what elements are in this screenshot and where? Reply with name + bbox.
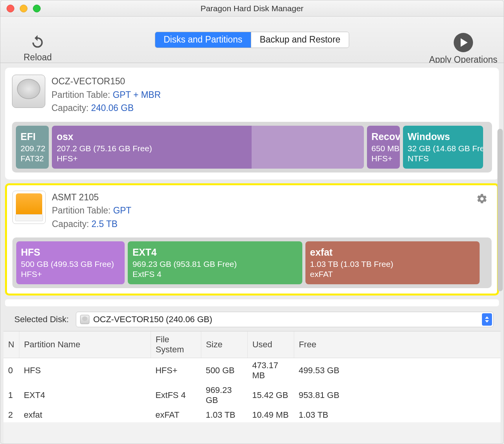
partition-fs: HFS+ bbox=[21, 270, 120, 279]
reload-button[interactable]: Reload bbox=[24, 33, 52, 63]
selected-disk-row: Selected Disk: OCZ-VECTOR150 (240.06 GB) bbox=[3, 306, 501, 331]
partition-fs: exFAT bbox=[310, 270, 475, 279]
partition-segment[interactable]: EFI209.72FAT32 bbox=[16, 126, 49, 169]
partition-segment[interactable]: exfat1.03 TB (1.03 TB Free)exFAT bbox=[305, 241, 480, 284]
partition-table: N Partition Name File System Size Used F… bbox=[3, 331, 501, 444]
cell-n: 2 bbox=[3, 408, 19, 422]
partition-segment[interactable]: Windows32 GB (14.68 GB Free)NTFS bbox=[403, 126, 483, 169]
disk-meta: ASMT 2105Partition Table: GPTCapacity: 2… bbox=[52, 191, 131, 231]
disk-name: ASMT 2105 bbox=[52, 191, 131, 204]
disk-card[interactable]: OCZ-VECTOR150Partition Table: GPT + MBRC… bbox=[5, 68, 499, 179]
partition-size: 500 GB (499.53 GB Free) bbox=[21, 260, 120, 269]
col-free[interactable]: Free bbox=[294, 331, 501, 358]
reload-label: Reload bbox=[24, 52, 52, 63]
partition-name: Windows bbox=[408, 131, 478, 142]
col-n[interactable]: N bbox=[3, 331, 19, 358]
partition-bar: HFS500 GB (499.53 GB Free)HFS+EXT4969.23… bbox=[12, 237, 492, 288]
partition-name: Recovery bbox=[372, 131, 395, 142]
external-drive-icon bbox=[12, 191, 46, 224]
partition-size: 650 MB bbox=[372, 144, 395, 153]
cell-free: 953.81 GB bbox=[294, 383, 501, 408]
capacity-value: 2.5 TB bbox=[91, 219, 117, 229]
dropdown-stepper-icon[interactable] bbox=[482, 313, 492, 326]
window-title: Paragon Hard Disk Manager bbox=[0, 4, 504, 13]
spacer-strip bbox=[5, 299, 499, 306]
table-row[interactable]: 0HFSHFS+500 GB473.17 MB499.53 GB bbox=[3, 358, 501, 383]
cell-used: 473.17 MB bbox=[247, 358, 294, 383]
ptable-value: GPT + MBR bbox=[113, 90, 161, 100]
apply-operations-button[interactable]: Apply Operations bbox=[429, 33, 497, 65]
partition-size: 32 GB (14.68 GB Free) bbox=[408, 144, 478, 153]
col-used[interactable]: Used bbox=[247, 331, 294, 358]
partition-name: exfat bbox=[310, 247, 475, 258]
partition-size: 969.23 GB (953.81 GB Free) bbox=[132, 260, 298, 269]
capacity-value: 240.06 GB bbox=[91, 103, 134, 113]
hdd-icon bbox=[12, 75, 45, 108]
cell-name: exfat bbox=[19, 408, 151, 422]
partition-segment[interactable]: HFS500 GB (499.53 GB Free)HFS+ bbox=[16, 241, 125, 284]
partition-fs: NTFS bbox=[408, 154, 478, 163]
col-size[interactable]: Size bbox=[201, 331, 247, 358]
col-name[interactable]: Partition Name bbox=[19, 331, 151, 358]
reload-icon bbox=[24, 33, 52, 51]
cell-used: 15.42 GB bbox=[247, 383, 294, 408]
main-scroll-area[interactable]: OCZ-VECTOR150Partition Table: GPT + MBRC… bbox=[0, 63, 504, 444]
view-segmented-control: Disks and Partitions Backup and Restore bbox=[155, 32, 350, 48]
partition-segment[interactable]: osx207.2 GB (75.16 GB Free)HFS+ bbox=[52, 126, 363, 169]
titlebar: Paragon Hard Disk Manager bbox=[0, 0, 504, 17]
cell-free: 1.03 TB bbox=[294, 408, 501, 422]
cell-fs: HFS+ bbox=[151, 358, 201, 383]
disk-meta: OCZ-VECTOR150Partition Table: GPT + MBRC… bbox=[51, 75, 161, 115]
tab-backup-restore[interactable]: Backup and Restore bbox=[251, 32, 349, 48]
partition-fs: HFS+ bbox=[372, 154, 395, 163]
partition-name: EFI bbox=[21, 131, 44, 142]
cell-n: 0 bbox=[3, 358, 19, 383]
play-icon bbox=[454, 33, 473, 52]
table-header-row: N Partition Name File System Size Used F… bbox=[3, 331, 501, 358]
partition-fs: ExtFS 4 bbox=[132, 270, 298, 279]
cell-free: 499.53 GB bbox=[294, 358, 501, 383]
hdd-icon bbox=[80, 315, 89, 324]
cell-size: 969.23 GB bbox=[201, 383, 247, 408]
scrollbar[interactable] bbox=[497, 129, 503, 291]
ptable-label: Partition Table: bbox=[52, 205, 113, 215]
disk-header: ASMT 2105Partition Table: GPTCapacity: 2… bbox=[12, 191, 492, 231]
partition-name: EXT4 bbox=[132, 247, 298, 258]
cell-used: 10.49 MB bbox=[247, 408, 294, 422]
selected-disk-value: OCZ-VECTOR150 (240.06 GB) bbox=[93, 314, 213, 324]
partition-name: HFS bbox=[21, 247, 120, 258]
partition-size: 209.72 bbox=[21, 144, 44, 153]
ptable-label: Partition Table: bbox=[51, 90, 113, 100]
partition-size: 1.03 TB (1.03 TB Free) bbox=[310, 260, 475, 269]
cell-name: HFS bbox=[19, 358, 151, 383]
table-row[interactable]: 2exfatexFAT1.03 TB10.49 MB1.03 TB bbox=[3, 408, 501, 422]
cell-fs: ExtFS 4 bbox=[151, 383, 201, 408]
ptable-value: GPT bbox=[113, 205, 131, 215]
capacity-label: Capacity: bbox=[52, 219, 91, 229]
cell-size: 500 GB bbox=[201, 358, 247, 383]
partition-segment[interactable]: EXT4969.23 GB (953.81 GB Free)ExtFS 4 bbox=[128, 241, 302, 284]
cell-n: 1 bbox=[3, 383, 19, 408]
partition-segment[interactable]: Recovery650 MBHFS+ bbox=[367, 126, 400, 169]
disk-name: OCZ-VECTOR150 bbox=[51, 75, 161, 88]
partition-fs: FAT32 bbox=[21, 154, 44, 163]
capacity-label: Capacity: bbox=[51, 103, 91, 113]
tab-disks-partitions[interactable]: Disks and Partitions bbox=[155, 32, 251, 48]
gear-icon[interactable] bbox=[476, 193, 488, 206]
disk-header: OCZ-VECTOR150Partition Table: GPT + MBRC… bbox=[12, 75, 492, 115]
selected-disk-label: Selected Disk: bbox=[14, 314, 69, 324]
cell-fs: exFAT bbox=[151, 408, 201, 422]
col-fs[interactable]: File System bbox=[151, 331, 201, 358]
cell-size: 1.03 TB bbox=[201, 408, 247, 422]
cell-name: EXT4 bbox=[19, 383, 151, 408]
toolbar: Reload Disks and Partitions Backup and R… bbox=[0, 17, 504, 63]
partition-bar: EFI209.72FAT32osx207.2 GB (75.16 GB Free… bbox=[12, 122, 492, 172]
disk-card[interactable]: ASMT 2105Partition Table: GPTCapacity: 2… bbox=[5, 183, 499, 296]
table-row[interactable]: 1EXT4ExtFS 4969.23 GB15.42 GB953.81 GB bbox=[3, 383, 501, 408]
selected-disk-combo[interactable]: OCZ-VECTOR150 (240.06 GB) bbox=[76, 312, 494, 327]
